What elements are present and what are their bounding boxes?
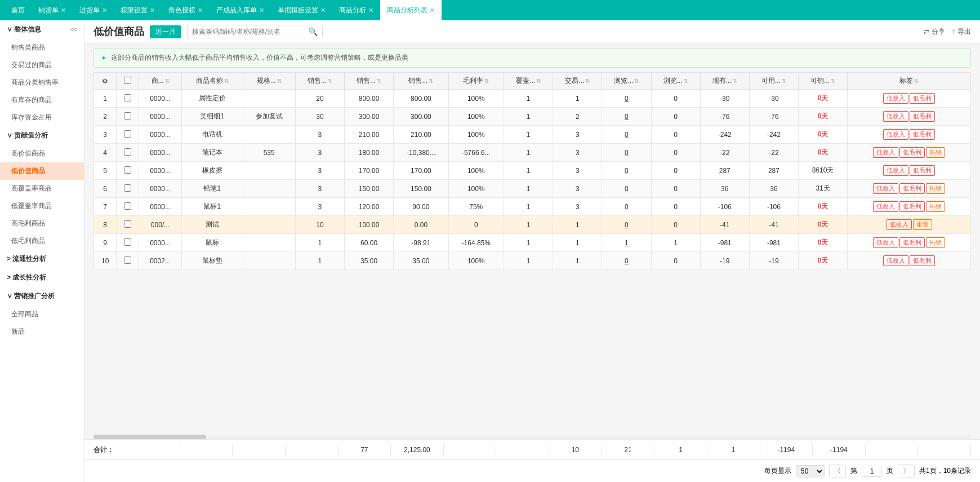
col-sale-amount[interactable]: 销售...⇅: [345, 73, 394, 90]
sidebar-item-low-margin[interactable]: 低毛利商品: [0, 232, 84, 250]
row-saleable-days: 0天: [799, 126, 848, 144]
col-sale-qty[interactable]: 销售...⇅: [295, 73, 344, 90]
nav-role-auth[interactable]: 角色授权 ✕: [162, 0, 210, 20]
row-checkbox[interactable]: [117, 108, 139, 126]
sidebar-group-growth[interactable]: > 成长性分析: [0, 268, 84, 287]
col-browse2[interactable]: 浏览...⇅: [651, 73, 700, 90]
nav-product-inbound[interactable]: 产成品入库单 ✕: [210, 0, 271, 20]
row-sale-qty: 20: [295, 90, 344, 108]
row-browse1[interactable]: 0: [602, 162, 651, 180]
nav-home[interactable]: 首页: [5, 0, 32, 20]
row-sale-price: 210.00: [394, 126, 448, 144]
next-page-button[interactable]: 〉: [898, 465, 915, 477]
row-browse1[interactable]: 1: [602, 234, 651, 252]
nav-purchase-order[interactable]: 进货单 ✕: [73, 0, 114, 20]
time-filter-button[interactable]: 近一月: [150, 25, 181, 38]
row-tags: 低收入低毛利热销: [848, 198, 971, 216]
sidebar-item-sales-products[interactable]: 销售类商品: [0, 39, 84, 56]
row-select-checkbox[interactable]: [124, 220, 131, 228]
row-select-checkbox[interactable]: [124, 202, 131, 210]
close-icon[interactable]: ✕: [61, 7, 66, 14]
row-checkbox[interactable]: [117, 90, 139, 108]
sidebar-item-traded-products[interactable]: 交易过的商品: [0, 56, 84, 74]
scrollbar-thumb[interactable]: [93, 435, 206, 439]
row-checkbox[interactable]: [117, 144, 139, 162]
nav-product-analysis-list[interactable]: 商品分析列表 ✕: [380, 0, 442, 20]
sidebar-group-overall[interactable]: ∨ 整体信息 <<: [0, 20, 84, 39]
col-settings[interactable]: ⚙: [94, 73, 117, 90]
col-available-stock[interactable]: 可用...⇅: [749, 73, 798, 90]
page-number-input[interactable]: [862, 466, 882, 477]
sidebar-group-contribution[interactable]: ∨ 贡献值分析: [0, 126, 84, 145]
close-icon[interactable]: ✕: [320, 7, 326, 14]
row-browse1[interactable]: 0: [602, 126, 651, 144]
col-current-stock[interactable]: 现有...⇅: [700, 73, 749, 90]
row-select-checkbox[interactable]: [124, 238, 131, 246]
col-name[interactable]: 商品名称⇅: [182, 73, 243, 90]
tag-badge: 热销: [926, 183, 945, 194]
sidebar-item-all-products[interactable]: 全部商品: [0, 306, 84, 323]
sidebar-item-high-coverage[interactable]: 高覆盖率商品: [0, 180, 84, 197]
row-select-checkbox[interactable]: [124, 112, 131, 120]
col-spec[interactable]: 规格...⇅: [243, 73, 295, 90]
row-checkbox[interactable]: [117, 252, 139, 270]
search-input[interactable]: [192, 28, 305, 36]
row-select-checkbox[interactable]: [124, 257, 131, 264]
col-tags[interactable]: 标签⇅: [848, 73, 971, 90]
row-checkbox[interactable]: [117, 234, 139, 252]
close-icon[interactable]: ✕: [150, 7, 155, 14]
row-browse1[interactable]: 0: [602, 90, 651, 108]
horizontal-scrollbar[interactable]: [93, 435, 971, 439]
col-browse1[interactable]: 浏览...⇅: [602, 73, 651, 90]
col-gross-rate[interactable]: 毛利率⇅: [448, 73, 504, 90]
search-icon[interactable]: 🔍: [308, 27, 318, 36]
prev-page-button[interactable]: 〈: [829, 465, 846, 477]
nav-template-settings[interactable]: 单据模板设置 ✕: [271, 0, 332, 20]
row-checkbox[interactable]: [117, 162, 139, 180]
row-checkbox[interactable]: [117, 216, 139, 234]
row-select-checkbox[interactable]: [124, 130, 131, 138]
row-browse1[interactable]: 0: [602, 108, 651, 126]
sidebar-item-category-sales-rate[interactable]: 商品分类销售率: [0, 74, 84, 91]
export-button[interactable]: ↑ 导出: [952, 27, 971, 37]
sidebar-item-stock-products[interactable]: 有库存的商品: [0, 91, 84, 109]
select-all-checkbox[interactable]: [124, 77, 131, 84]
close-icon[interactable]: ✕: [102, 7, 107, 14]
col-checkbox[interactable]: [117, 73, 139, 90]
col-sale-price[interactable]: 销售...⇅: [394, 73, 448, 90]
row-browse1[interactable]: 0: [602, 216, 651, 234]
col-code[interactable]: 商...⇅: [139, 73, 182, 90]
sidebar-item-low-value[interactable]: 低价值商品: [0, 162, 84, 180]
sidebar-item-stock-capital[interactable]: 库存资金占用: [0, 109, 84, 126]
page-size-select[interactable]: 50 100 200: [796, 465, 825, 477]
row-checkbox[interactable]: [117, 198, 139, 216]
row-select-checkbox[interactable]: [124, 94, 131, 101]
sidebar-item-new-products[interactable]: 新品: [0, 323, 84, 341]
sidebar-group-marketing[interactable]: ∨ 营销推广分析: [0, 287, 84, 306]
close-icon[interactable]: ✕: [430, 7, 435, 14]
sidebar-item-low-coverage[interactable]: 低覆盖率商品: [0, 197, 84, 215]
row-browse1[interactable]: 0: [602, 198, 651, 216]
row-checkbox[interactable]: [117, 180, 139, 198]
close-icon[interactable]: ✕: [259, 7, 264, 14]
sidebar-group-circulation[interactable]: > 流通性分析: [0, 250, 84, 268]
nav-permission-settings[interactable]: 权限设置 ✕: [114, 0, 162, 20]
row-sale-amount: 170.00: [345, 162, 394, 180]
sidebar-item-high-margin[interactable]: 高毛利商品: [0, 215, 84, 232]
row-browse1[interactable]: 0: [602, 180, 651, 198]
col-saleable-days[interactable]: 可销...⇅: [799, 73, 848, 90]
share-button[interactable]: ⇄ 分享: [924, 27, 945, 37]
nav-sales-order[interactable]: 销货单 ✕: [32, 0, 73, 20]
row-browse1[interactable]: 0: [602, 144, 651, 162]
row-browse1[interactable]: 0: [602, 252, 651, 270]
col-trade-count[interactable]: 交易...⇅: [553, 73, 602, 90]
row-select-checkbox[interactable]: [124, 166, 131, 174]
row-select-checkbox[interactable]: [124, 184, 131, 192]
nav-product-analysis[interactable]: 商品分析 ✕: [332, 0, 380, 20]
row-select-checkbox[interactable]: [124, 148, 131, 156]
col-coverage[interactable]: 覆盖...⇅: [504, 73, 553, 90]
close-icon[interactable]: ✕: [198, 7, 203, 14]
row-checkbox[interactable]: [117, 126, 139, 144]
sidebar-item-high-value[interactable]: 高价值商品: [0, 145, 84, 162]
close-icon[interactable]: ✕: [368, 7, 373, 14]
